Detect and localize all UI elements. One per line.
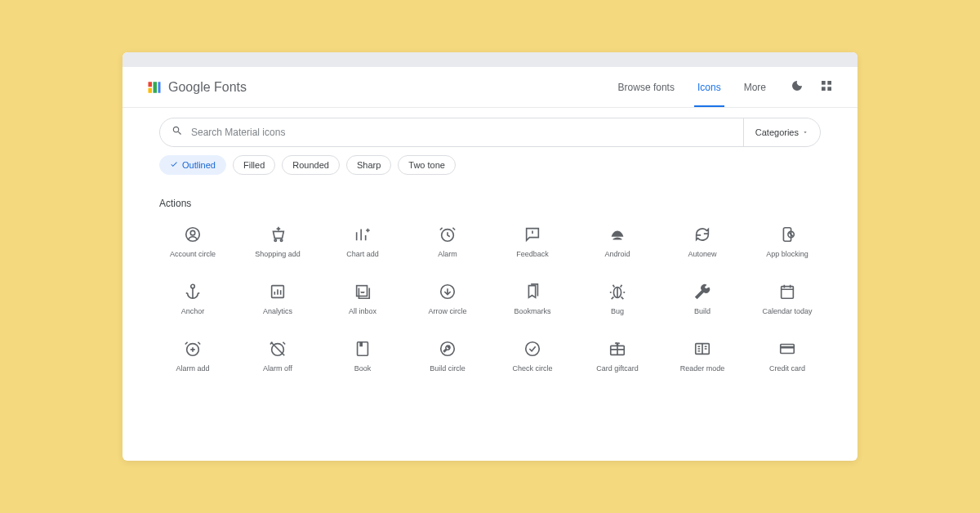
chip-two-tone[interactable]: Two tone bbox=[398, 155, 456, 175]
icon-label: Shopping add bbox=[255, 250, 301, 258]
style-chips: Outlined Filled Rounded Sharp Two tone bbox=[122, 147, 858, 175]
icon-book[interactable]: Book bbox=[322, 335, 403, 377]
icon-label: Alarm add bbox=[176, 364, 209, 372]
icon-label: Build bbox=[694, 307, 710, 315]
icon-label: Bug bbox=[611, 307, 624, 315]
icon-label: All inbox bbox=[349, 307, 376, 315]
svg-point-27 bbox=[441, 342, 455, 356]
svg-rect-5 bbox=[827, 81, 831, 85]
section-title: Actions bbox=[122, 175, 858, 212]
svg-rect-4 bbox=[822, 81, 826, 85]
nav-browse-fonts[interactable]: Browse fonts bbox=[618, 68, 675, 107]
logo-text: Google Fonts bbox=[168, 80, 247, 95]
icon-label: Check circle bbox=[512, 364, 552, 372]
svg-rect-2 bbox=[154, 82, 158, 93]
search-input[interactable] bbox=[191, 127, 732, 138]
icon-label: Autonew bbox=[688, 250, 716, 258]
icon-label: Arrow circle bbox=[428, 307, 466, 315]
apps-grid-icon[interactable] bbox=[820, 79, 833, 96]
svg-point-10 bbox=[274, 239, 276, 241]
categories-dropdown[interactable]: Categories bbox=[743, 118, 820, 146]
icon-analytics[interactable]: Analytics bbox=[237, 278, 318, 320]
icon-bookmarks[interactable]: Bookmarks bbox=[492, 278, 573, 320]
icon-reader-mode[interactable]: Reader mode bbox=[662, 335, 743, 377]
search-icon bbox=[172, 125, 183, 140]
svg-rect-31 bbox=[781, 345, 795, 354]
icon-alarm[interactable]: Alarm bbox=[407, 221, 488, 263]
icon-autonew[interactable]: Autonew bbox=[662, 221, 743, 263]
icon-label: Analytics bbox=[263, 307, 292, 315]
main-nav: Browse fonts Icons More bbox=[618, 68, 766, 107]
icon-label: Bookmarks bbox=[514, 307, 550, 315]
chip-sharp[interactable]: Sharp bbox=[346, 155, 391, 175]
browser-chrome-bar bbox=[122, 52, 858, 67]
svg-rect-22 bbox=[782, 287, 794, 299]
icon-label: Build circle bbox=[430, 364, 466, 372]
icon-label: Android bbox=[604, 250, 630, 258]
icon-build-circle[interactable]: Build circle bbox=[407, 335, 488, 377]
svg-rect-0 bbox=[149, 82, 153, 87]
icon-label: Chart add bbox=[346, 250, 379, 258]
icon-check-circle[interactable]: Check circle bbox=[492, 335, 573, 377]
categories-label: Categories bbox=[755, 127, 799, 137]
icon-alarm-add[interactable]: Alarm add bbox=[152, 335, 234, 377]
icon-app-blocking[interactable]: App blocking bbox=[746, 221, 828, 263]
icon-label: Card giftcard bbox=[596, 364, 639, 372]
icon-android[interactable]: Android bbox=[577, 221, 658, 263]
icon-account-circle[interactable]: Account circle bbox=[152, 221, 234, 263]
icon-label: Calendar today bbox=[762, 307, 812, 315]
chip-outlined[interactable]: Outlined bbox=[159, 155, 226, 175]
header: Google Fonts Browse fonts Icons More bbox=[122, 67, 858, 108]
svg-rect-6 bbox=[822, 87, 826, 91]
svg-rect-1 bbox=[149, 87, 153, 92]
icon-calendar-today[interactable]: Calendar today bbox=[746, 278, 828, 320]
icon-chart-add[interactable]: Chart add bbox=[322, 221, 403, 263]
svg-rect-15 bbox=[783, 228, 791, 242]
icon-label: Alarm off bbox=[263, 364, 292, 372]
search-row: Categories bbox=[122, 108, 858, 147]
icon-label: App blocking bbox=[766, 250, 808, 258]
icon-alarm-off[interactable]: Alarm off bbox=[237, 335, 318, 377]
svg-point-28 bbox=[526, 342, 540, 356]
dark-mode-icon[interactable] bbox=[791, 79, 804, 96]
chip-outlined-label: Outlined bbox=[182, 160, 216, 170]
nav-more[interactable]: More bbox=[744, 68, 766, 107]
icon-label: Anchor bbox=[181, 307, 205, 315]
svg-rect-26 bbox=[359, 342, 363, 347]
icon-card-giftcard[interactable]: Card giftcard bbox=[577, 335, 658, 377]
app-window: Google Fonts Browse fonts Icons More Cat… bbox=[122, 52, 858, 461]
icon-label: Reader mode bbox=[680, 364, 725, 372]
icon-label: Credit card bbox=[769, 364, 805, 372]
icon-label: Alarm bbox=[438, 250, 457, 258]
icon-shopping-add[interactable]: Shopping add bbox=[237, 221, 318, 263]
check-icon bbox=[170, 160, 178, 170]
icon-label: Feedback bbox=[516, 250, 549, 258]
icon-arrow-circle[interactable]: Arrow circle bbox=[407, 278, 488, 320]
icon-label: Book bbox=[354, 364, 372, 372]
svg-point-11 bbox=[280, 239, 282, 241]
icon-bug[interactable]: Bug bbox=[577, 278, 658, 320]
svg-point-9 bbox=[190, 230, 195, 235]
search-box: Categories bbox=[159, 118, 821, 147]
chevron-down-icon bbox=[802, 127, 808, 137]
svg-rect-3 bbox=[158, 82, 161, 93]
chip-filled[interactable]: Filled bbox=[233, 155, 275, 175]
logo[interactable]: Google Fonts bbox=[147, 80, 247, 95]
icon-feedback[interactable]: Feedback bbox=[492, 221, 573, 263]
google-fonts-logo-icon bbox=[147, 80, 162, 95]
chip-rounded[interactable]: Rounded bbox=[282, 155, 340, 175]
svg-point-17 bbox=[191, 284, 195, 288]
nav-icons[interactable]: Icons bbox=[697, 68, 721, 107]
svg-rect-19 bbox=[357, 286, 368, 297]
icon-anchor[interactable]: Anchor bbox=[152, 278, 234, 320]
icon-build[interactable]: Build bbox=[662, 278, 743, 320]
icon-credit-card[interactable]: Credit card bbox=[746, 335, 828, 377]
svg-rect-7 bbox=[827, 87, 831, 91]
icon-label: Account circle bbox=[170, 250, 216, 258]
icon-all-inbox[interactable]: All inbox bbox=[322, 278, 403, 320]
icon-grid: Account circle Shopping add Chart add Al… bbox=[122, 212, 858, 377]
